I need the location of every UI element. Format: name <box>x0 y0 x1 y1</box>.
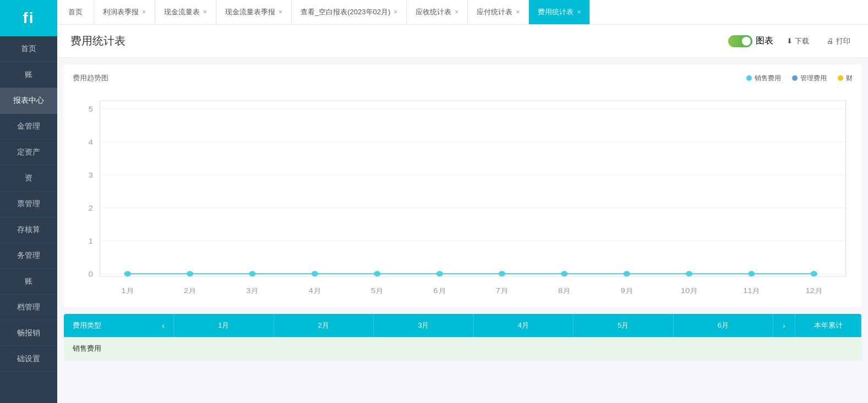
close-profit-report-icon[interactable]: × <box>142 8 146 16</box>
sidebar-item-fixed-assets[interactable]: 定资产 <box>0 140 57 165</box>
td-type-sales: 销售费用 <box>64 337 174 360</box>
close-payable-icon[interactable]: × <box>516 8 520 16</box>
print-icon: 🖨 <box>827 37 834 45</box>
sidebar-item-investment[interactable]: 资 <box>0 165 57 191</box>
th-m6: 6月 <box>674 314 774 337</box>
line-chart: 5 4 3 2 1 0 1月 2月 <box>73 90 853 299</box>
page-header: 费用统计表 图表 ⬇ 下载 🖨 打印 <box>57 25 868 58</box>
close-cashflow-icon[interactable]: × <box>203 8 207 16</box>
legend-admin-label: 管理费用 <box>800 74 827 83</box>
legend-finance: 财 <box>838 74 853 83</box>
tab-profit-report-label: 利润表季报 <box>103 7 139 17</box>
td-m2-sales <box>274 337 374 360</box>
sidebar-item-ledger[interactable]: 账 <box>0 269 57 295</box>
td-m3-sales <box>374 337 474 360</box>
sidebar-item-fund-mgmt[interactable]: 金管理 <box>0 114 57 140</box>
svg-text:1月: 1月 <box>122 287 134 294</box>
tab-home-label: 首页 <box>68 7 83 17</box>
th-m2: 2月 <box>274 314 374 337</box>
close-receivable-icon[interactable]: × <box>455 8 458 16</box>
td-m4-sales <box>474 337 574 360</box>
table-row-sales: 销售费用 <box>64 337 861 361</box>
th-m3-label: 3月 <box>418 321 429 330</box>
main-area: 首页 利润表季报 × 现金流量表 × 现金流量表季报 × 查看_空白报表(202… <box>57 0 868 403</box>
svg-point-26 <box>187 271 193 277</box>
svg-point-32 <box>561 271 567 277</box>
tab-receivable[interactable]: 应收统计表 × <box>407 0 468 24</box>
content-area: 费用统计表 图表 ⬇ 下载 🖨 打印 费用趋势图 <box>57 25 868 403</box>
sidebar-item-inventory[interactable]: 存核算 <box>0 217 57 243</box>
svg-text:4月: 4月 <box>309 287 321 294</box>
nav-left-arrow[interactable]: ‹ <box>162 321 165 330</box>
data-table: 费用类型 ‹ 1月 2月 3月 4月 5月 <box>64 314 861 361</box>
close-blank-view-icon[interactable]: × <box>394 8 397 16</box>
svg-text:3月: 3月 <box>246 287 258 294</box>
chart-toggle[interactable] <box>728 35 752 47</box>
sidebar-item-archive-mgmt[interactable]: 档管理 <box>0 295 57 321</box>
svg-point-33 <box>624 271 630 277</box>
svg-point-34 <box>686 271 692 277</box>
sidebar-item-account[interactable]: 账 <box>0 62 57 88</box>
close-expense-stats-icon[interactable]: × <box>577 8 581 16</box>
chart-legend: 销售费用 管理费用 财 <box>746 74 853 83</box>
page-title: 费用统计表 <box>70 34 125 48</box>
app-logo: fi <box>0 0 57 36</box>
sidebar-item-expense-report[interactable]: 畅报销 <box>0 321 57 346</box>
tab-expense-stats[interactable]: 费用统计表 × <box>529 0 590 24</box>
sidebar-item-report-center[interactable]: 报表中心 <box>0 88 57 114</box>
nav-right-arrow[interactable]: › <box>783 322 785 330</box>
tab-profit-report[interactable]: 利润表季报 × <box>94 0 155 24</box>
table-header-row: 费用类型 ‹ 1月 2月 3月 4月 5月 <box>64 314 861 337</box>
legend-finance-dot <box>838 75 843 81</box>
svg-text:4: 4 <box>89 139 94 146</box>
svg-point-25 <box>124 271 131 277</box>
th-nav-right[interactable]: › <box>773 314 795 337</box>
print-button[interactable]: 🖨 打印 <box>822 34 855 48</box>
th-m5-label: 5月 <box>618 321 629 330</box>
svg-text:12月: 12月 <box>805 287 822 294</box>
chart-toggle-wrap: 图表 <box>728 35 773 47</box>
svg-text:7月: 7月 <box>496 287 508 294</box>
th-type-label: 费用类型 <box>73 321 101 330</box>
td-m1-sales <box>174 337 274 360</box>
th-m6-label: 6月 <box>718 321 729 330</box>
tab-blank-view[interactable]: 查看_空白报表(2023年02月) × <box>292 0 407 24</box>
th-type: 费用类型 ‹ <box>64 314 174 337</box>
tab-home[interactable]: 首页 <box>57 0 94 24</box>
sidebar-item-service-mgmt[interactable]: 务管理 <box>0 243 57 269</box>
tab-cashflow[interactable]: 现金流量表 × <box>155 0 216 24</box>
legend-finance-label: 财 <box>846 74 853 83</box>
svg-text:3: 3 <box>89 172 93 179</box>
tab-payable[interactable]: 应付统计表 × <box>468 0 529 24</box>
tabs-bar: 首页 利润表季报 × 现金流量表 × 现金流量表季报 × 查看_空白报表(202… <box>57 0 868 25</box>
close-cashflow-quarterly-icon[interactable]: × <box>279 8 282 16</box>
legend-sales: 销售费用 <box>746 74 781 83</box>
th-m3: 3月 <box>374 314 474 337</box>
th-m1: 1月 <box>174 314 274 337</box>
chart-header: 费用趋势图 销售费用 管理费用 财 <box>73 73 853 83</box>
legend-sales-label: 销售费用 <box>755 74 781 83</box>
svg-text:2月: 2月 <box>184 287 196 294</box>
svg-text:8月: 8月 <box>558 287 570 294</box>
chart-section: 费用趋势图 销售费用 管理费用 财 <box>64 64 861 307</box>
tab-cashflow-label: 现金流量表 <box>164 7 200 17</box>
legend-admin: 管理费用 <box>792 74 827 83</box>
svg-text:5: 5 <box>89 106 93 113</box>
td-ytd-sales <box>795 337 861 360</box>
th-m4: 4月 <box>474 314 574 337</box>
td-m5-sales <box>574 337 674 360</box>
th-ytd: 本年累计 <box>795 314 861 337</box>
svg-rect-12 <box>100 101 845 277</box>
td-m6-sales <box>674 337 774 360</box>
sidebar-item-home[interactable]: 首页 <box>0 36 57 62</box>
tab-cashflow-quarterly-label: 现金流量表季报 <box>225 7 275 17</box>
svg-text:5月: 5月 <box>371 287 383 294</box>
sidebar-item-base-settings[interactable]: 础设置 <box>0 346 57 372</box>
svg-point-31 <box>499 271 505 277</box>
svg-text:10月: 10月 <box>681 287 698 294</box>
download-button[interactable]: ⬇ 下载 <box>782 34 814 48</box>
tab-cashflow-quarterly[interactable]: 现金流量表季报 × <box>216 0 292 24</box>
chart-title: 费用趋势图 <box>73 73 108 83</box>
sidebar-item-ticket-mgmt[interactable]: 票管理 <box>0 191 57 217</box>
download-label: 下载 <box>795 36 809 46</box>
